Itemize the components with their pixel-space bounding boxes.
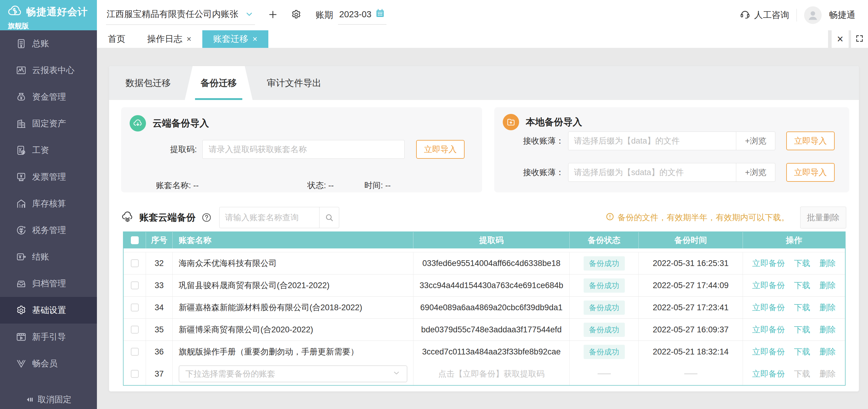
account-set-select[interactable]: 下拉选择需要备份的账套 — [179, 366, 407, 382]
sdata-file-input[interactable]: 请选择后缀为【sdata】的文件 +浏览 — [568, 163, 775, 182]
collapse-pin-icon — [26, 395, 34, 404]
sidebar-item-2[interactable]: 云报表中心 — [0, 57, 97, 84]
folder-upload-icon — [503, 114, 519, 130]
warehouse-icon — [16, 198, 27, 209]
invoice-icon — [16, 172, 27, 182]
local-import-button-1[interactable]: 立即导入 — [786, 132, 835, 150]
download-link[interactable]: 下载 — [794, 302, 810, 313]
building-icon — [16, 118, 27, 129]
support-label: 人工咨询 — [754, 9, 789, 21]
sidebar-item-12[interactable]: 新手引导 — [0, 324, 97, 350]
help-icon[interactable] — [201, 212, 212, 223]
sidebar-menu: 总账 云报表中心 资金管理 固定资产 工资 发票管理 库存核算 税务管理 结账 … — [0, 30, 97, 377]
sidebar-item-11[interactable]: 基础设置 — [0, 297, 97, 324]
table-body: 32 海南众禾优海科技有限公司 033fed6e95514004aff66c4d… — [124, 252, 845, 363]
table-row: 36 旗舰版操作手册（重要勿删勿动，手册更新需要） 3cced7c0113a48… — [124, 341, 845, 363]
period-picker[interactable]: 2023-03 — [338, 6, 386, 25]
account-settings-button[interactable] — [291, 9, 302, 21]
company-name: 江西服宝精品有限责任公司内账张 — [106, 8, 238, 20]
cloud-import-title: 云端备份导入 — [153, 117, 209, 130]
delete-link[interactable]: 删除 — [819, 280, 836, 291]
tab-1[interactable]: 首页 — [97, 30, 136, 48]
tab-data-package-migration[interactable]: 数据包迁移 — [114, 66, 182, 100]
add-account-set-button[interactable] — [268, 9, 278, 21]
cell-account-name: 海南众禾优海科技有限公司 — [173, 252, 413, 274]
local-import-button-2[interactable]: 立即导入 — [786, 163, 835, 182]
delete-link: 删除 — [819, 369, 836, 379]
col-account-name: 账套名称 — [173, 232, 413, 249]
sidebar-item-6[interactable]: 发票管理 — [0, 164, 97, 190]
fullscreen-button[interactable] — [851, 30, 868, 48]
cell-code: 6904e089a6aa4869a20cbc6f39db9da1 — [413, 297, 570, 318]
close-all-tabs-button[interactable]: × — [832, 30, 848, 48]
browse-button[interactable]: +浏览 — [736, 132, 775, 150]
search-button[interactable] — [319, 207, 339, 228]
row-checkbox[interactable] — [131, 370, 139, 378]
receive-book-label: 接收账薄： — [494, 167, 564, 178]
backup-now-link[interactable]: 立即备份 — [752, 346, 785, 357]
browse-button[interactable]: +浏览 — [736, 163, 775, 181]
tab-3[interactable]: 账套迁移 × — [202, 30, 268, 48]
row-checkbox[interactable] — [131, 326, 139, 333]
username[interactable]: 畅捷通 — [829, 9, 855, 21]
sidebar-item-1[interactable]: 总账 — [0, 30, 97, 57]
col-actions: 操作 — [743, 232, 845, 249]
search-input[interactable]: 请输入账套名称查询 — [219, 207, 339, 228]
select-all-checkbox[interactable] — [131, 236, 139, 244]
sidebar-collapse-button[interactable]: 取消固定 — [0, 394, 97, 405]
tab-2[interactable]: 操作日志 × — [136, 30, 202, 48]
backup-now-link[interactable]: 立即备份 — [752, 369, 785, 379]
delete-link[interactable]: 删除 — [819, 302, 836, 313]
avatar[interactable] — [804, 6, 822, 24]
cell-seq: 33 — [146, 274, 173, 296]
delete-link[interactable]: 删除 — [819, 258, 836, 269]
sidebar-item-3[interactable]: 资金管理 — [0, 84, 97, 110]
download-link[interactable]: 下载 — [794, 258, 810, 269]
row-actions: 立即备份下载删除 — [752, 302, 836, 313]
table-row: 35 新疆博采商贸有限公司(合2020-2022) bde0379d55c748… — [124, 319, 845, 341]
backup-now-link[interactable]: 立即备份 — [752, 302, 785, 313]
company-selector[interactable]: 江西服宝精品有限责任公司内账张 — [106, 6, 255, 25]
headset-icon — [740, 9, 750, 22]
sidebar-item-9[interactable]: 结账 — [0, 243, 97, 270]
row-actions: 立即备份下载删除 — [752, 346, 836, 357]
row-checkbox[interactable] — [131, 348, 139, 356]
cloud-import-button[interactable]: 立即导入 — [416, 140, 465, 159]
download-link[interactable]: 下载 — [794, 346, 810, 357]
download-link[interactable]: 下载 — [794, 280, 810, 291]
batch-delete-button[interactable]: 批量删除 — [800, 207, 846, 228]
row-checkbox[interactable] — [131, 282, 139, 289]
plus-icon — [268, 9, 278, 21]
delete-link[interactable]: 删除 — [819, 346, 836, 357]
sidebar-item-4[interactable]: 固定资产 — [0, 110, 97, 137]
sidebar-item-label: 云报表中心 — [32, 64, 74, 76]
settle-icon — [16, 252, 27, 262]
row-checkbox[interactable] — [131, 259, 139, 267]
cell-seq: 36 — [146, 341, 173, 363]
row-checkbox[interactable] — [131, 303, 139, 312]
delete-link[interactable]: 删除 — [819, 324, 836, 335]
sidebar-item-10[interactable]: 归档管理 — [0, 270, 97, 297]
sidebar-item-8[interactable]: 税务管理 — [0, 217, 97, 243]
backup-now-link[interactable]: 立即备份 — [752, 324, 785, 335]
tab-close-icon[interactable]: × — [253, 35, 257, 43]
backup-now-link[interactable]: 立即备份 — [752, 280, 785, 291]
download-link[interactable]: 下载 — [794, 324, 810, 335]
tab-audit-file-export[interactable]: 审计文件导出 — [254, 66, 334, 100]
cell-seq: 34 — [146, 297, 173, 318]
period-label: 账期 — [316, 9, 333, 21]
account-name-meta: 账套名称: -- — [156, 180, 307, 191]
brand-edition: 旗舰版 — [0, 20, 97, 31]
sidebar-item-5[interactable]: 工资 — [0, 137, 97, 164]
tab-close-icon[interactable]: × — [187, 35, 191, 43]
status-badge: 备份成功 — [584, 279, 625, 293]
sidebar-item-7[interactable]: 库存核算 — [0, 190, 97, 217]
sidebar-item-13[interactable]: 畅会员 — [0, 350, 97, 377]
salary-icon — [16, 145, 27, 156]
code-input[interactable]: 请录入提取码获取账套名称 — [202, 140, 405, 159]
close-icon: × — [837, 34, 843, 45]
tab-backup-migration[interactable]: 备份迁移 — [185, 66, 253, 100]
backup-now-link[interactable]: 立即备份 — [752, 258, 785, 269]
data-file-input[interactable]: 请选择后缀为【data】的文件 +浏览 — [568, 132, 775, 150]
support-button[interactable]: 人工咨询 — [740, 9, 789, 22]
